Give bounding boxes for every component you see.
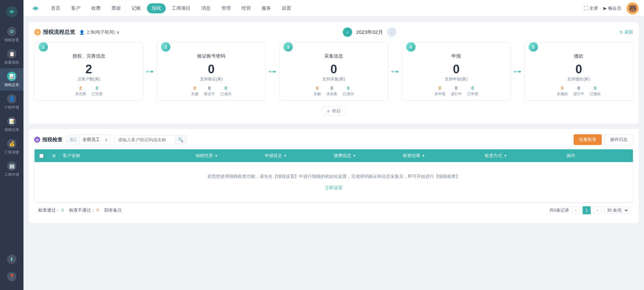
sidebar-item-personal-tax[interactable]: 👤 个税申报 (0, 91, 23, 113)
topnav-menu: 首页 客户 收费 票据 记账 报税 工商项目 消息 管理 经营 服务 设置 (46, 3, 584, 13)
th-client-name-text: 客户名称 (63, 153, 80, 159)
step-count-label-2: 支持验证(家) (161, 76, 261, 82)
table-body-empty: 若您想使用报税检查功能，请先在【报税设置】中进行报税的初始化设置，完成密码验证和… (35, 162, 633, 202)
member-label: 畅会员 (608, 5, 621, 11)
stat-lbl-3-0: 失败 (314, 91, 321, 96)
method-filter-icon[interactable]: ▼ (503, 154, 507, 158)
sidebar-item-tax-settings[interactable]: ⚙ 报税设置 (0, 23, 23, 46)
stat-num-1-0: 2 (79, 85, 82, 91)
sidebar-item-download[interactable]: ⬇ (6, 251, 18, 267)
nav-client[interactable]: 客户 (66, 3, 85, 13)
collapse-bar: ∧ 收起 (34, 103, 633, 118)
check-header: ◎ 报税检查 员工 全部员工 ∨ 🔍 批量检查 操作日志 (34, 134, 633, 145)
prev-page-button[interactable]: ‹ (572, 206, 580, 214)
th-declare-status-text: 申报状态 (265, 153, 282, 159)
fail-label: 检查不通过： 0 (69, 207, 99, 213)
plus-icon: + (34, 29, 41, 35)
pay-filter-icon[interactable]: ▼ (353, 154, 356, 158)
check-circle-icon: ◎ (34, 137, 40, 143)
collapse-button[interactable]: ∧ 收起 (321, 106, 346, 116)
step-stats-1: 2 未完善 0 已完善 (39, 85, 139, 96)
arrow-3-4 (388, 42, 402, 101)
collapse-up-icon: ∧ (327, 108, 330, 114)
business-annual-icon: 🏢 (7, 161, 16, 171)
batch-check-button[interactable]: 批量检查 (574, 134, 602, 145)
step-count-5: 0 (529, 62, 629, 76)
nav-fee[interactable]: 收费 (87, 3, 105, 13)
personal-tax-icon: 👤 (7, 94, 16, 103)
location-badge[interactable]: 👤 上海(电子税局) ∨ (79, 29, 120, 35)
pass-count[interactable]: 0 (61, 208, 64, 213)
nav-message[interactable]: 消息 (197, 3, 215, 13)
sidebar-label-tax-records: 报税记录 (4, 127, 19, 132)
sidebar-label-personal-tax: 个税申报 (4, 105, 19, 110)
nav-business[interactable]: 工商项目 (167, 3, 195, 13)
nav-operation[interactable]: 经营 (237, 3, 256, 13)
stat-lbl-4-2: 已申报 (467, 91, 478, 96)
setup-link[interactable]: 立即设置 (325, 184, 342, 192)
flow-header-left: + 报税流程总览 👤 上海(电子税局) ∨ (34, 29, 120, 36)
step-count-label-3: 支持采集(家) (283, 76, 384, 82)
nav-bookkeeping[interactable]: 记账 (127, 3, 146, 13)
th-settings[interactable]: ⚙ (48, 150, 60, 162)
tax-check-section: ◎ 报税检查 员工 全部员工 ∨ 🔍 批量检查 操作日志 (29, 129, 639, 223)
nav-home[interactable]: 首页 (46, 3, 65, 13)
per-page-select[interactable]: 30 条/页 (604, 207, 629, 214)
th-check-result-text: 检查结果 (403, 153, 420, 159)
step-stat-4-2: 0 已申报 (467, 85, 478, 96)
sidebar-item-tax-overview[interactable]: 📊 报税总览 (0, 68, 23, 91)
th-check-method-text: 检查方式 (485, 153, 502, 159)
declare-filter-icon[interactable]: ▼ (283, 154, 287, 158)
tax-filter-icon[interactable]: ▼ (214, 154, 218, 158)
result-filter-icon[interactable]: ▼ (422, 154, 425, 158)
step-number-1: 1 (39, 42, 48, 52)
nav-manage[interactable]: 管理 (217, 3, 235, 13)
operation-log-button[interactable]: 操作日志 (604, 134, 633, 145)
th-checkbox[interactable] (35, 150, 48, 161)
select-all-checkbox[interactable] (39, 154, 44, 158)
sidebar-item-batch-tax[interactable]: 📋 批量报税 (0, 46, 23, 68)
step-count-label-5: 支持缴款(家) (529, 76, 629, 82)
topnav: 首页 客户 收费 票据 记账 报税 工商项目 消息 管理 经营 服务 设置 ⛶ … (23, 0, 644, 17)
fail-count[interactable]: 0 (96, 208, 99, 213)
next-page-button[interactable]: › (593, 206, 601, 214)
step-number-5: 5 (529, 42, 538, 52)
flow-overview-header: + 报税流程总览 👤 上海(电子税局) ∨ ‹ 2023年02月 › ↻ (34, 27, 633, 37)
prev-month-button[interactable]: ‹ (343, 27, 352, 37)
nav-tax[interactable]: 报税 (147, 3, 166, 13)
step-stat-2-1: 0 验证中 (204, 85, 215, 96)
topnav-logo (29, 2, 42, 15)
step-stat-5-2: 0 已缴款 (590, 85, 601, 96)
sidebar-item-tax-records[interactable]: 📝 报税记录 (0, 113, 23, 136)
refresh-label: 刷新 (625, 29, 633, 35)
employee-dropdown-icon[interactable]: ∨ (103, 136, 110, 144)
th-operation: 操作 (564, 149, 633, 162)
employee-filter[interactable]: 员工 全部员工 ∨ (66, 135, 110, 145)
step-stat-1-1: 0 已完善 (92, 85, 103, 96)
next-month-button[interactable]: › (387, 27, 396, 37)
content-area: + 报税流程总览 👤 上海(电子税局) ∨ ‹ 2023年02月 › ↻ (23, 17, 644, 290)
stat-num-3-0: 0 (316, 85, 319, 91)
step-stat-4-0: 0 未申报 (434, 85, 445, 96)
step-number-2: 2 (161, 42, 170, 52)
user-avatar[interactable]: 🐻 (627, 2, 639, 14)
annual-settle-icon: 💰 (7, 139, 16, 148)
nav-settings[interactable]: 设置 (277, 3, 296, 13)
flow-overview-section: + 报税流程总览 👤 上海(电子税局) ∨ ‹ 2023年02月 › ↻ (29, 22, 639, 124)
sidebar-label-tax-settings: 报税设置 (4, 38, 19, 43)
nav-service[interactable]: 服务 (257, 3, 276, 13)
nav-invoice[interactable]: 票据 (107, 3, 125, 13)
location-icon: 📍 (7, 272, 16, 281)
page-1-button[interactable]: 1 (583, 206, 591, 214)
th-client-name: 客户名称 (60, 149, 193, 162)
th-pay-status: 缴费状态 ▼ (331, 149, 400, 162)
search-input[interactable] (115, 136, 175, 144)
member-button[interactable]: ▶ 畅会员 (603, 5, 621, 11)
sidebar-item-location[interactable]: 📍 (6, 269, 18, 285)
remark-label: 囧有备注 (104, 207, 122, 213)
sidebar-item-annual-settle[interactable]: 💰 汇算清缴 (0, 136, 23, 158)
refresh-button[interactable]: ↻ 刷新 (620, 29, 633, 35)
sidebar-item-business-annual[interactable]: 🏢 工商年报 (0, 158, 23, 180)
fullscreen-button[interactable]: ⛶ 全屏 (584, 5, 598, 11)
search-button[interactable]: 🔍 (175, 136, 186, 144)
